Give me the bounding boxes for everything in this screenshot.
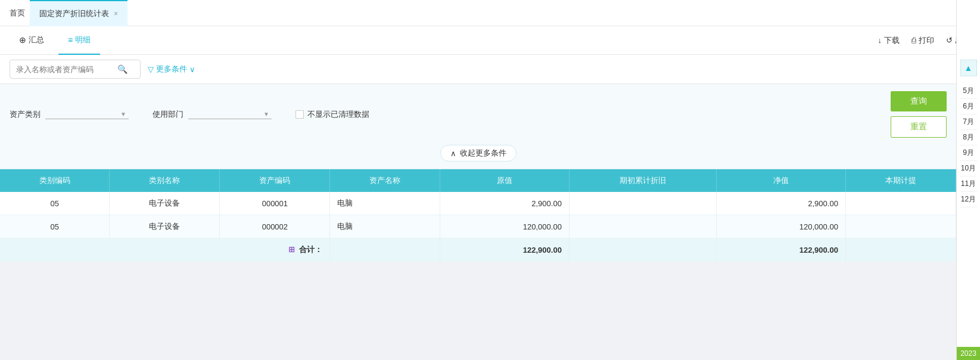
hide-cleared-checkbox[interactable] bbox=[295, 110, 304, 119]
summary-icon: ⊕ bbox=[19, 35, 26, 45]
cell-asset-code: 000002 bbox=[220, 215, 330, 238]
col-header-accumulated-dep: 期初累计折旧 bbox=[569, 169, 717, 192]
month-item[interactable]: 10月 bbox=[960, 161, 977, 176]
cell-asset-name: 电脑 bbox=[330, 215, 440, 238]
detail-icon: ≡ bbox=[68, 35, 73, 45]
reset-button[interactable]: 重置 bbox=[891, 116, 947, 138]
data-table: 类别编码 类别名称 资产编码 资产名称 原值 期初累计折旧 净值 本期计提 05… bbox=[0, 169, 956, 262]
month-item[interactable]: 5月 bbox=[960, 83, 977, 99]
collapse-label: 收起更多条件 bbox=[460, 148, 506, 159]
more-conditions-label: 更多条件 bbox=[156, 64, 187, 75]
cell-accumulated-dep bbox=[569, 215, 717, 238]
print-label: 打印 bbox=[919, 35, 934, 46]
asset-type-filter: 资产类别 ▼ bbox=[10, 109, 129, 120]
filter-row-1: 资产类别 ▼ 使用部门 ▼ 不显示已清理数据 bbox=[10, 91, 947, 138]
collapse-conditions-btn[interactable]: ∧ 收起更多条件 bbox=[440, 145, 517, 162]
total-current-dep bbox=[845, 238, 956, 262]
hide-cleared-label: 不显示已清理数据 bbox=[307, 109, 369, 120]
cell-category-name: 电子设备 bbox=[110, 215, 220, 238]
year-label[interactable]: 2023 bbox=[957, 347, 980, 360]
tab-title: 固定资产折旧统计表 bbox=[39, 8, 109, 19]
print-btn[interactable]: ⎙ 打印 bbox=[911, 35, 934, 46]
search-input-wrap[interactable]: 🔍 bbox=[10, 60, 141, 79]
filter-area: 资产类别 ▼ 使用部门 ▼ 不显示已清理数据 bbox=[0, 84, 956, 169]
col-header-net-value: 净值 bbox=[717, 169, 845, 192]
cell-asset-code: 000001 bbox=[220, 192, 330, 215]
dept-filter: 使用部门 ▼ bbox=[153, 109, 272, 120]
search-bar: 🔍 ▽ 更多条件 ∨ bbox=[0, 55, 956, 84]
table-row: 05 电子设备 000002 电脑 120,000.00 120,000.00 bbox=[0, 215, 956, 238]
month-item[interactable]: 9月 bbox=[960, 145, 977, 161]
download-btn[interactable]: ↓ 下载 bbox=[878, 35, 900, 46]
col-header-asset-name: 资产名称 bbox=[330, 169, 440, 192]
filter-btn-group: 查询 重置 bbox=[891, 91, 947, 138]
col-header-category-name: 类别名称 bbox=[110, 169, 220, 192]
asset-type-select[interactable]: ▼ bbox=[45, 110, 129, 119]
cell-current-dep bbox=[845, 215, 956, 238]
download-label: 下载 bbox=[884, 35, 900, 46]
dept-arrow: ▼ bbox=[263, 111, 269, 117]
search-input[interactable] bbox=[16, 65, 117, 74]
cell-category-code: 05 bbox=[0, 215, 110, 238]
print-icon: ⎙ bbox=[911, 36, 916, 45]
download-icon: ↓ bbox=[878, 36, 882, 45]
sub-tabs-bar: ⊕ 汇总 ≡ 明细 ↓ 下载 ⎙ 打印 ↺ 刷新 bbox=[0, 26, 980, 55]
dept-label: 使用部门 bbox=[153, 109, 183, 120]
col-header-asset-code: 资产编码 bbox=[220, 169, 330, 192]
col-header-category-code: 类别编码 bbox=[0, 169, 110, 192]
tab-summary[interactable]: ⊕ 汇总 bbox=[10, 26, 54, 55]
total-original-value: 122,900.00 bbox=[440, 238, 569, 262]
cell-asset-name: 电脑 bbox=[330, 192, 440, 215]
tab-close-btn[interactable]: × bbox=[114, 10, 118, 18]
cell-current-dep bbox=[845, 192, 956, 215]
cell-net-value: 120,000.00 bbox=[717, 215, 845, 238]
cell-accumulated-dep bbox=[569, 192, 717, 215]
top-nav: 首页 固定资产折旧统计表 × ✕ bbox=[0, 0, 980, 26]
right-month-panel: ▲ 5月6月7月8月9月10月11月12月 2023 bbox=[956, 0, 980, 360]
month-item[interactable]: 8月 bbox=[960, 130, 977, 145]
month-item[interactable]: 6月 bbox=[960, 99, 977, 114]
filter-icon: ▽ bbox=[148, 65, 154, 74]
month-item[interactable]: 11月 bbox=[960, 176, 977, 192]
tab-summary-label: 汇总 bbox=[29, 35, 44, 45]
asset-type-label: 资产类别 bbox=[10, 109, 41, 120]
hide-cleared-item: 不显示已清理数据 bbox=[295, 109, 369, 120]
cell-category-code: 05 bbox=[0, 192, 110, 215]
table-row: 05 电子设备 000001 电脑 2,900.00 2,900.00 bbox=[0, 192, 956, 215]
collapse-icon: ∧ bbox=[450, 149, 456, 158]
total-net-value: 122,900.00 bbox=[717, 238, 845, 262]
refresh-icon: ↺ bbox=[946, 36, 953, 45]
more-conditions-btn[interactable]: ▽ 更多条件 ∨ bbox=[148, 64, 195, 75]
scroll-up-btn[interactable]: ▲ bbox=[960, 60, 977, 76]
tab-detail-label: 明细 bbox=[75, 35, 91, 45]
table-header-row: 类别编码 类别名称 资产编码 资产名称 原值 期初累计折旧 净值 本期计提 bbox=[0, 169, 956, 192]
cell-original-value: 2,900.00 bbox=[440, 192, 569, 215]
cell-original-value: 120,000.00 bbox=[440, 215, 569, 238]
asset-type-arrow: ▼ bbox=[120, 111, 126, 117]
main-content: 🔍 ▽ 更多条件 ∨ 资产类别 ▼ 使用部门 bbox=[0, 55, 956, 262]
month-item[interactable]: 12月 bbox=[960, 192, 977, 207]
active-tab[interactable]: 固定资产折旧统计表 × bbox=[30, 0, 127, 26]
cell-category-name: 电子设备 bbox=[110, 192, 220, 215]
col-header-original-value: 原值 bbox=[440, 169, 569, 192]
total-icon-cell: ⊞ 合计： bbox=[0, 238, 330, 262]
total-icon: ⊞ bbox=[288, 245, 295, 254]
dept-select[interactable]: ▼ bbox=[188, 110, 272, 119]
total-asset-name bbox=[330, 238, 440, 262]
data-table-area: 类别编码 类别名称 资产编码 资产名称 原值 期初累计折旧 净值 本期计提 05… bbox=[0, 169, 956, 262]
total-label: 合计： bbox=[299, 245, 322, 254]
total-accumulated-dep bbox=[569, 238, 717, 262]
home-tab[interactable]: 首页 bbox=[10, 8, 25, 18]
tab-detail[interactable]: ≡ 明细 bbox=[58, 26, 100, 55]
month-item[interactable]: 7月 bbox=[960, 114, 977, 130]
chevron-down-icon: ∨ bbox=[189, 65, 195, 74]
table-total-row: ⊞ 合计： 122,900.00 122,900.00 bbox=[0, 238, 956, 262]
search-icon[interactable]: 🔍 bbox=[117, 64, 127, 74]
cell-net-value: 2,900.00 bbox=[717, 192, 845, 215]
col-header-current-dep: 本期计提 bbox=[845, 169, 956, 192]
query-button[interactable]: 查询 bbox=[891, 91, 947, 111]
